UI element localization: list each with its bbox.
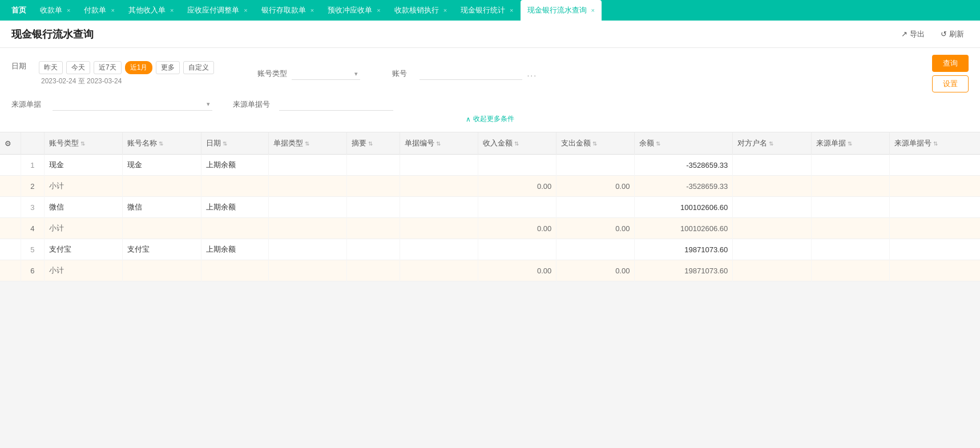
table-cell: -3528659.33 [635,155,733,176]
sort-icon: ⇅ [368,140,373,147]
table-cell [201,176,268,197]
query-button[interactable]: 查询 [932,55,969,72]
table-cell [811,260,889,281]
source-doc-dropdown-icon: ▾ [207,100,210,108]
th-date[interactable]: 日期 ⇅ [201,132,268,155]
th-summary[interactable]: 摘要 ⇅ [347,132,400,155]
table-cell [347,260,400,281]
date-btn-custom[interactable]: 自定义 [183,61,214,74]
th-doc-no[interactable]: 单据编号 ⇅ [400,132,478,155]
table-cell: 上期余额 [201,197,268,218]
table-cell: 支付宝 [123,239,201,260]
table-row: 5支付宝支付宝上期余额19871073.60 [0,239,980,260]
refresh-icon: ↺ [941,30,947,38]
source-doc-no-input[interactable] [279,98,393,111]
nav-tab-bank-withdraw[interactable]: 银行存取款单 × [255,0,321,21]
table-cell: 小计 [45,218,123,239]
table-cell: -3528659.33 [635,176,733,197]
nav-tab-cash-flow[interactable]: 现金银行流水查询 × [521,0,602,21]
table-cell [733,260,811,281]
th-source-doc[interactable]: 来源单据 ⇅ [811,132,889,155]
close-tab-icon[interactable]: × [111,7,114,14]
table-cell [400,197,478,218]
nav-tab-payments[interactable]: 付款单 × [77,0,121,21]
date-btn-1month[interactable]: 近1月 [125,61,153,74]
date-btn-today[interactable]: 今天 [66,61,90,74]
th-doc-type[interactable]: 单据类型 ⇅ [268,132,346,155]
date-btn-more[interactable]: 更多 [156,61,180,74]
settings-button[interactable]: 设置 [932,75,969,92]
table-cell: 100102606.60 [635,197,733,218]
account-input[interactable] [420,67,522,80]
nav-home[interactable]: 首页 [5,0,33,21]
table-cell [268,176,346,197]
export-button[interactable]: ↗ 导出 [897,27,929,42]
export-icon: ↗ [901,30,908,38]
account-type-label: 账号类型 [257,68,287,79]
table-cell: 2 [21,176,45,197]
table-cell: 5 [21,239,45,260]
table-cell [123,260,201,281]
table-cell: 现金 [123,155,201,176]
close-tab-icon[interactable]: × [310,7,314,14]
nav-tab-other-income[interactable]: 其他收入单 × [122,0,180,21]
table-cell [0,155,21,176]
table-cell [347,197,400,218]
collapse-bar: ∧ 收起更多条件 [11,111,969,125]
source-doc-select[interactable]: 收款单 付款单 [53,98,201,110]
nav-tab-prepay-offset[interactable]: 预收冲应收单 × [321,0,387,21]
sort-icon: ⇅ [223,140,227,147]
date-btn-yesterday[interactable]: 昨天 [39,61,63,74]
table-cell: 小计 [45,260,123,281]
th-account-name[interactable]: 账号名称 ⇅ [123,132,201,155]
date-btn-7days[interactable]: 近7天 [94,61,122,74]
sort-icon: ⇅ [592,140,597,147]
th-income[interactable]: 收入金额 ⇅ [478,132,556,155]
source-doc-select-wrapper: 收款单 付款单 ▾ [53,98,212,111]
table-row: 2小计0.000.00-3528659.33 [0,176,980,197]
date-label: 日期 [11,61,34,71]
account-type-select[interactable]: 现金 微信 支付宝 [292,67,360,80]
close-tab-icon[interactable]: × [67,7,70,14]
close-tab-icon[interactable]: × [170,7,174,14]
table-cell [811,197,889,218]
account-label: 账号 [392,68,415,79]
table-cell [268,239,346,260]
table-cell: 6 [21,260,45,281]
sort-icon: ⇅ [80,140,85,147]
table-cell [733,155,811,176]
table-cell [123,218,201,239]
close-tab-icon[interactable]: × [377,7,380,14]
sort-icon: ⇅ [933,140,938,147]
nav-tab-ar-ap-adjust[interactable]: 应收应付调整单 × [180,0,254,21]
nav-tab-cash-stats[interactable]: 现金银行统计 × [454,0,520,21]
filter-area: 日期 昨天 今天 近7天 近1月 更多 自定义 2023-02-24 至 202… [0,48,980,132]
gear-icon[interactable]: ⚙ [5,139,11,148]
close-tab-icon[interactable]: × [244,7,247,14]
th-source-doc-no[interactable]: 来源单据号 ⇅ [889,132,980,155]
collapse-button[interactable]: ∧ 收起更多条件 [466,114,514,124]
close-tab-icon[interactable]: × [510,7,513,14]
close-tab-icon[interactable]: × [591,7,595,14]
table-cell [201,260,268,281]
table-cell: 0.00 [478,260,556,281]
table-cell [556,239,635,260]
th-gear[interactable]: ⚙ [0,132,21,155]
table-cell: 微信 [45,197,123,218]
table-cell [889,239,980,260]
table-cell [347,239,400,260]
nav-tab-receipt-exec[interactable]: 收款核销执行 × [388,0,454,21]
account-type-select-wrapper: 现金 微信 支付宝 [292,67,360,80]
th-account-type[interactable]: 账号类型 ⇅ [45,132,123,155]
close-tab-icon[interactable]: × [443,7,447,14]
date-shortcuts: 昨天 今天 近7天 近1月 更多 自定义 [39,61,214,74]
refresh-button[interactable]: ↺ 刷新 [936,27,969,42]
date-range-display: 2023-02-24 至 2023-03-24 [41,76,214,86]
th-expense[interactable]: 支出金额 ⇅ [556,132,635,155]
table-cell [733,176,811,197]
table-cell [268,260,346,281]
th-balance[interactable]: 余额 ⇅ [635,132,733,155]
nav-tab-receipts[interactable]: 收款单 × [33,0,77,21]
th-counterpart[interactable]: 对方户名 ⇅ [733,132,811,155]
more-dots-icon[interactable]: ... [527,69,537,78]
